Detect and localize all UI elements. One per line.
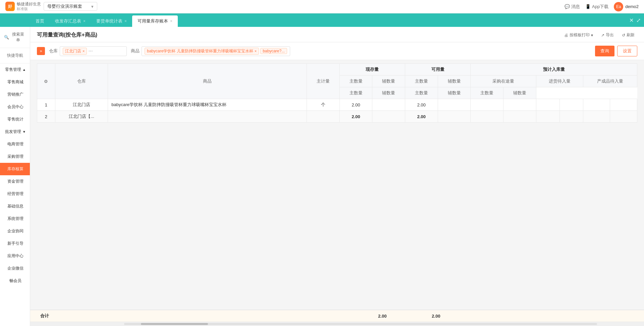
sidebar-item-system-mgmt[interactable]: 系统管理: [0, 213, 30, 225]
sidebar-item-app-center-label: 应用中心: [7, 253, 23, 259]
incoming-sub-header: 辅数量: [438, 87, 471, 99]
warehouse-more[interactable]: ···: [88, 48, 93, 54]
footer-avail-sub: [449, 314, 476, 319]
sidebar-item-new-guide[interactable]: 新手引导: [0, 237, 30, 250]
sidebar-item-enterprise-wechat[interactable]: 企业微信: [0, 262, 30, 275]
nav-tabs: 首页 收发存汇总表 × 要货单统计表 × 可用量库存账本 × ✕ ⤢: [0, 13, 644, 27]
footer-label: 合计: [37, 313, 84, 319]
arrow-icon: ▲: [22, 68, 26, 72]
sidebar-item-member-center[interactable]: 会员中心: [0, 101, 30, 113]
sidebar-item-retail-mgmt[interactable]: 零售管理 ▲: [0, 63, 30, 76]
sidebar-item-quick-nav[interactable]: 快捷导航: [0, 51, 30, 60]
tab-receive-close[interactable]: ×: [83, 19, 86, 24]
app-download-button[interactable]: 📱 App下载: [585, 4, 608, 10]
avatar-initial: Ea: [616, 4, 621, 9]
row-warehouse: 江北门店【...: [55, 111, 108, 123]
sidebar-item-vip-member[interactable]: 畅会员: [0, 275, 30, 287]
refresh-label: 刷新: [627, 32, 635, 38]
maximize-icon[interactable]: ⤢: [636, 17, 641, 24]
sidebar-item-purchase-mgmt[interactable]: 采购管理: [0, 150, 30, 163]
row-stock-sub: [372, 111, 405, 123]
product-tag-0: babycare学饮杯 儿童防摔防撞吸管杯重力球吸嘴杯宝宝水杯 ×: [145, 48, 259, 55]
table-footer: 合计 2.00 2.00: [30, 310, 644, 322]
footer-pur-transit-sub: [503, 314, 530, 319]
chevron-down-icon: ▾: [91, 4, 94, 9]
sidebar: 🔍 搜索菜单 快捷导航 零售管理 ▲ 零售商城 营销推广 会员中心 零售统计: [0, 27, 30, 326]
sidebar-item-enterprise-collab-label: 企业协同: [7, 228, 23, 234]
refresh-button[interactable]: ↺ 刷新: [619, 31, 637, 39]
table-row: 1 江北门店 babycare学饮杯 儿童防摔防撞吸管杯重力球吸嘴杯宝宝水杯 个…: [37, 99, 637, 111]
footer-avail-main: 2.00: [423, 314, 449, 319]
template-print-button[interactable]: 🖨 按模板打印 ▾: [561, 31, 596, 39]
unit-col-header: 主计量: [307, 64, 340, 99]
sidebar-item-ecommerce[interactable]: 电商管理: [0, 138, 30, 150]
sidebar-item-wholesale-mgmt[interactable]: 批发管理 ▼: [0, 126, 30, 138]
tab-receive[interactable]: 收发存汇总表 ×: [50, 15, 91, 27]
sidebar-item-inventory-mgmt[interactable]: 库存核算: [0, 163, 30, 175]
warehouse-tag-remove[interactable]: ×: [83, 49, 85, 53]
sidebar-item-finance-mgmt-label: 资金管理: [7, 179, 23, 184]
warehouse-label: 仓库: [49, 48, 58, 54]
refresh-icon: ↺: [622, 33, 625, 38]
row-avail-sub: [438, 99, 471, 111]
tab-inventory[interactable]: 可用量库存账本 ×: [132, 15, 178, 27]
stock-sub-qty-header: 辅数量: [372, 76, 405, 87]
sidebar-item-marketing-label: 营销推广: [7, 92, 23, 97]
filter-bar: » 仓库 江北门店 × ··· 商品 babycare学饮杯 儿童防摔防撞吸管杯…: [30, 42, 644, 60]
sidebar-item-marketing[interactable]: 营销推广: [0, 88, 30, 101]
export-icon: ↗: [601, 33, 604, 38]
incoming-pending-header: 进货待入量: [536, 76, 583, 87]
sidebar-item-member-center-label: 会员中心: [7, 104, 23, 110]
prod-pending-header: 产成品待入量: [583, 76, 637, 87]
sidebar-item-basic-info[interactable]: 基础信息: [0, 200, 30, 213]
product-tag-0-value: babycare学饮杯 儿童防摔防撞吸管杯重力球吸嘴杯宝宝水杯: [147, 48, 253, 54]
product-tag-container[interactable]: babycare学饮杯 儿童防摔防撞吸管杯重力球吸嘴杯宝宝水杯 × babyca…: [142, 46, 290, 56]
close-window-icon[interactable]: ✕: [629, 17, 634, 24]
arrow-icon-wholesale: ▼: [22, 130, 26, 134]
sidebar-item-retail-stats[interactable]: 零售统计: [0, 113, 30, 126]
product-tag-0-remove[interactable]: ×: [255, 49, 257, 53]
sidebar-item-enterprise-collab[interactable]: 企业协同: [0, 225, 30, 237]
sidebar-item-retail-mall[interactable]: 零售商城: [0, 76, 30, 88]
tab-order[interactable]: 要货单统计表 ×: [91, 15, 132, 27]
filter-expand-button[interactable]: »: [37, 47, 45, 55]
content-area: 可用量查询(按仓库+商品) 🖨 按模板打印 ▾ ↗ 导出 ↺ 刷新 »: [30, 27, 644, 326]
tab-order-close[interactable]: ×: [124, 19, 127, 24]
top-bar-left: 好 畅捷通好生意 标准版 母婴行业演示账套 ▾: [5, 2, 97, 11]
scroll-bar-thumb[interactable]: [141, 323, 208, 325]
industry-name: 母婴行业演示账套: [47, 3, 82, 9]
row-stock-sub: [372, 99, 405, 111]
pur-transit-main-header: 主数量: [339, 87, 372, 99]
scroll-bar-track[interactable]: [124, 323, 597, 325]
footer-incoming-main: [530, 314, 557, 319]
industry-selector[interactable]: 母婴行业演示账套 ▾: [44, 2, 97, 11]
main-layout: 🔍 搜索菜单 快捷导航 零售管理 ▲ 零售商城 营销推广 会员中心 零售统计: [0, 27, 644, 326]
sidebar-item-operation-mgmt[interactable]: 经营管理: [0, 188, 30, 200]
product-filter-group: 商品 babycare学饮杯 儿童防摔防撞吸管杯重力球吸嘴杯宝宝水杯 × bab…: [131, 46, 290, 56]
export-button[interactable]: ↗ 导出: [598, 31, 616, 39]
message-icon: 💬: [565, 4, 570, 9]
export-label: 导出: [606, 32, 614, 38]
sidebar-item-app-center[interactable]: 应用中心: [0, 250, 30, 262]
row-prod-main: [583, 99, 610, 111]
message-button[interactable]: 💬 消息: [565, 4, 580, 10]
table-area: ⚙ 仓库 商品 主计量 现存量 可用量 预计入库量 主数量 辅数量 主数量 辅数…: [30, 60, 644, 310]
user-area[interactable]: Ea demo2: [614, 2, 639, 11]
row-prod-main: [583, 111, 610, 123]
footer-stock-sub: [396, 314, 423, 319]
footer-prod-main: [584, 314, 610, 319]
sidebar-search-button[interactable]: 🔍 搜索菜单: [3, 30, 27, 44]
tab-home[interactable]: 首页: [30, 15, 50, 27]
query-button[interactable]: 查询: [595, 46, 614, 56]
sidebar-item-wholesale-mgmt-label: 批发管理: [5, 129, 21, 135]
page-actions: 🖨 按模板打印 ▾ ↗ 导出 ↺ 刷新: [561, 31, 637, 39]
pur-transit-header: 采购在途量: [471, 76, 536, 87]
product-tag-1-value: babycare?...: [263, 49, 285, 53]
tab-receive-label: 收发存汇总表: [55, 18, 81, 24]
table-settings-col[interactable]: ⚙: [37, 64, 55, 99]
tab-inventory-close[interactable]: ×: [170, 19, 172, 24]
settings-button[interactable]: 设置: [617, 46, 637, 56]
sidebar-item-finance-mgmt[interactable]: 资金管理: [0, 175, 30, 188]
warehouse-tag-container[interactable]: 江北门店 × ···: [60, 46, 127, 56]
search-label: 搜索菜单: [10, 32, 26, 43]
